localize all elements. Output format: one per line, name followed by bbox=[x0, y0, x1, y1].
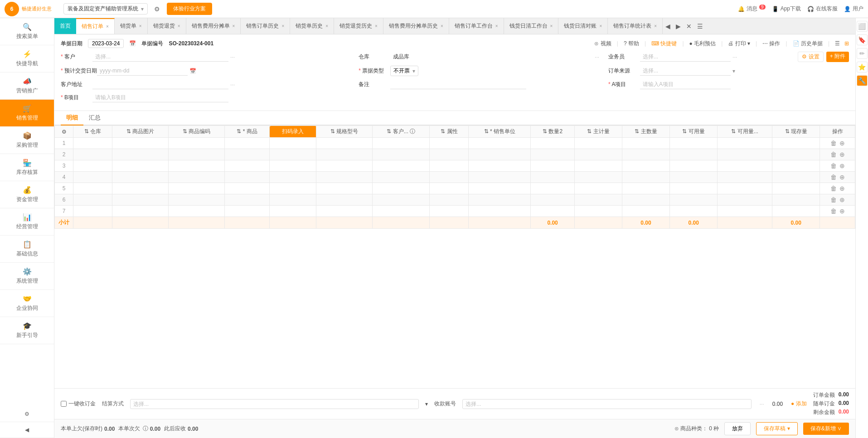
tab-prev-button[interactable]: ◀ bbox=[663, 18, 673, 34]
tab-return-history[interactable]: 销货退货历史 × bbox=[334, 18, 383, 34]
col-warehouse[interactable]: ⇅ 仓库 bbox=[73, 126, 112, 138]
close-tab-icon[interactable]: × bbox=[375, 24, 378, 29]
col-image[interactable]: ⇅ 商品图片 bbox=[112, 126, 169, 138]
print-button[interactable]: 🖨 打印 ▾ bbox=[728, 40, 750, 48]
col-customer[interactable]: ⇅ 客户... ⓘ bbox=[373, 126, 430, 138]
col-scan[interactable]: 扫码录入 bbox=[270, 126, 316, 138]
tab-expense-history[interactable]: 销售费用分摊单历史 × bbox=[383, 18, 449, 34]
history-button[interactable]: 📄 历史单据 bbox=[793, 40, 823, 48]
copy-row-icon[interactable]: ⊕ bbox=[839, 185, 845, 192]
quick-checkout-check[interactable] bbox=[61, 401, 67, 407]
tab-expense[interactable]: 销售费用分摊单 × bbox=[186, 18, 241, 34]
delete-row-icon[interactable]: 🗑 bbox=[830, 185, 837, 192]
delete-row-icon[interactable]: 🗑 bbox=[830, 162, 837, 169]
col-main-unit[interactable]: ⇅ 主计量 bbox=[574, 126, 622, 138]
copy-row-icon[interactable]: ⊕ bbox=[839, 151, 845, 158]
tab-close-button[interactable]: ✕ bbox=[684, 18, 694, 34]
sidebar-item-purchase[interactable]: 📦 采购管理 bbox=[0, 127, 54, 154]
discard-button[interactable]: 放弃 bbox=[724, 422, 751, 435]
ticket-select[interactable]: 不开票 ▾ bbox=[390, 66, 418, 76]
delete-row-icon[interactable]: 🗑 bbox=[830, 140, 837, 147]
delete-row-icon[interactable]: 🗑 bbox=[830, 196, 837, 203]
tab-sales-invoice[interactable]: 销货单 × bbox=[115, 18, 148, 34]
online-support-button[interactable]: 🎧 在线客服 bbox=[807, 5, 838, 13]
col-attr[interactable]: ⇅ 属性 bbox=[430, 126, 469, 138]
close-tab-icon[interactable]: × bbox=[281, 24, 284, 29]
message-button[interactable]: 🔔 消息 9 bbox=[738, 5, 766, 13]
rp-icon-5[interactable]: 🔧 bbox=[857, 75, 868, 86]
col-qty2[interactable]: ⇅ 数量2 bbox=[531, 126, 575, 138]
copy-row-icon[interactable]: ⊕ bbox=[839, 140, 845, 147]
settings-icon[interactable]: ⚙ bbox=[150, 3, 163, 15]
delete-row-icon[interactable]: 🗑 bbox=[830, 207, 837, 215]
tab-invoice-history[interactable]: 销货单历史 × bbox=[290, 18, 334, 34]
payment-method-input[interactable] bbox=[130, 399, 419, 409]
a-project-input[interactable] bbox=[640, 80, 731, 89]
sidebar-item-finance[interactable]: 💰 资金管理 bbox=[0, 181, 54, 208]
sidebar-item-inventory[interactable]: 🏪 库存核算 bbox=[0, 154, 54, 181]
system-title[interactable]: 装备及固定资产辅助管理系统 ▾ bbox=[63, 3, 148, 14]
save-new-button[interactable]: 保存&新增 ∨ bbox=[803, 423, 849, 435]
address-expand-icon[interactable]: ··· bbox=[230, 82, 235, 88]
col-unit[interactable]: ⇅ * 销售单位 bbox=[469, 126, 531, 138]
bank-expand-icon[interactable]: ··· bbox=[760, 401, 764, 407]
tab-sales-stats[interactable]: 销售订单统计表 × bbox=[608, 18, 663, 34]
copy-row-icon[interactable]: ⊕ bbox=[839, 196, 845, 203]
app-download-button[interactable]: 📱 App下载 bbox=[772, 5, 801, 13]
delete-row-icon[interactable]: 🗑 bbox=[830, 173, 837, 181]
tab-home[interactable]: 首页 bbox=[54, 18, 76, 34]
col-code[interactable]: ⇅ 商品编码 bbox=[169, 126, 225, 138]
quick-checkout-checkbox[interactable]: 一键收订金 bbox=[61, 400, 96, 408]
save-draft-button[interactable]: 保存草稿 ▾ bbox=[756, 422, 797, 435]
close-tab-icon[interactable]: × bbox=[233, 24, 235, 29]
profit-button[interactable]: ● 毛利预估 bbox=[689, 40, 716, 48]
remark-input[interactable] bbox=[390, 80, 526, 89]
sidebar-settings[interactable]: ⚙ bbox=[0, 406, 54, 422]
help-button[interactable]: ? 帮助 bbox=[624, 40, 639, 48]
delivery-calendar-icon[interactable]: 📅 bbox=[189, 68, 196, 74]
calendar-icon[interactable]: 📅 bbox=[129, 40, 136, 47]
operation-button[interactable]: ⋯ 操作 bbox=[762, 40, 780, 48]
staff-expand-icon[interactable]: ··· bbox=[732, 54, 737, 60]
col-current[interactable]: ⇅ 现存量 bbox=[772, 126, 820, 138]
tab-cash-reconcile[interactable]: 钱货日清对账 × bbox=[558, 18, 608, 34]
col-settings[interactable]: ⚙ bbox=[55, 126, 73, 138]
col-avail2[interactable]: ⇅ 可用量... bbox=[718, 126, 772, 138]
delivery-input[interactable] bbox=[97, 66, 188, 76]
video-button[interactable]: ⊙ 视频 bbox=[594, 40, 611, 48]
sidebar-item-search[interactable]: 🔍 搜索菜单 bbox=[0, 18, 54, 45]
close-tab-icon[interactable]: × bbox=[441, 24, 443, 29]
sidebar-item-nav[interactable]: ⚡ 快捷导航 bbox=[0, 45, 54, 72]
col-product[interactable]: ⇅ * 商品 bbox=[225, 126, 270, 138]
delete-row-icon[interactable]: 🗑 bbox=[830, 151, 837, 158]
address-input[interactable] bbox=[92, 80, 228, 89]
close-tab-icon[interactable]: × bbox=[599, 24, 602, 29]
sidebar-item-system[interactable]: ⚙️ 系统管理 bbox=[0, 263, 54, 290]
sidebar-item-collab[interactable]: 🤝 企业协同 bbox=[0, 290, 54, 317]
rp-icon-1[interactable]: ⬜ bbox=[857, 21, 868, 32]
tab-detail[interactable]: 明细 bbox=[61, 111, 83, 125]
user-button[interactable]: 👤 用户 bbox=[844, 5, 863, 13]
sidebar-item-marketing[interactable]: 📣 营销推广 bbox=[0, 72, 54, 100]
warehouse-expand-icon[interactable]: ··· bbox=[595, 54, 599, 60]
col-spec[interactable]: ⇅ 规格型号 bbox=[316, 126, 373, 138]
tab-sales-order[interactable]: 销售订单 × bbox=[76, 18, 115, 34]
sidebar-item-basic-info[interactable]: 📋 基础信息 bbox=[0, 236, 54, 263]
add-button[interactable]: ● 添加 bbox=[791, 400, 807, 408]
copy-row-icon[interactable]: ⊕ bbox=[839, 207, 845, 215]
close-tab-icon[interactable]: × bbox=[325, 24, 328, 29]
sidebar-item-operations[interactable]: 📊 经营管理 bbox=[0, 208, 54, 236]
tab-cash-workspace[interactable]: 钱货日清工作台 × bbox=[504, 18, 559, 34]
close-tab-icon[interactable]: × bbox=[495, 24, 498, 29]
rp-icon-2[interactable]: 🔖 bbox=[857, 34, 868, 45]
solution-button[interactable]: 体验行业方案 bbox=[167, 3, 212, 15]
rp-icon-4[interactable]: ⭐ bbox=[857, 62, 868, 72]
rp-icon-3[interactable]: ✏ bbox=[857, 48, 868, 59]
tab-return[interactable]: 销货退货 × bbox=[148, 18, 186, 34]
copy-row-icon[interactable]: ⊕ bbox=[839, 173, 845, 181]
bank-input[interactable] bbox=[462, 399, 751, 409]
tab-summary[interactable]: 汇总 bbox=[83, 111, 106, 125]
sidebar-item-sales[interactable]: 🛒 销售管理 bbox=[0, 100, 54, 127]
order-source-input[interactable] bbox=[640, 66, 731, 76]
b-project-input[interactable] bbox=[92, 93, 228, 102]
